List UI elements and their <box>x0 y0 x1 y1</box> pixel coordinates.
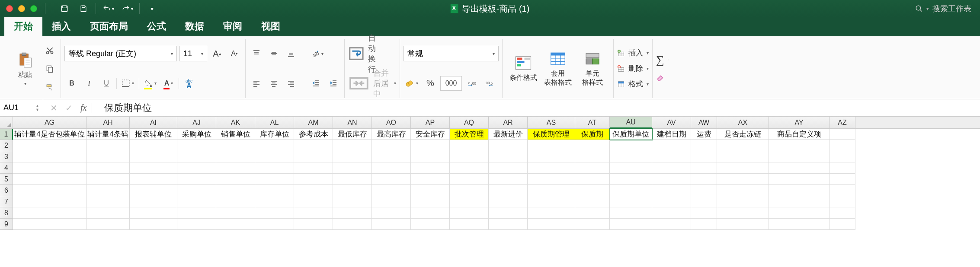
save-icon[interactable] <box>75 0 92 17</box>
format-painter-button[interactable] <box>42 79 57 94</box>
minimize-window-icon[interactable] <box>18 5 25 12</box>
column-header-AO[interactable]: AO <box>372 117 411 128</box>
cell-AN5[interactable] <box>333 174 372 185</box>
cell-AP9[interactable] <box>411 219 450 230</box>
cell-AQ9[interactable] <box>450 219 489 230</box>
cell-AG5[interactable] <box>13 174 86 185</box>
tab-home[interactable]: 开始 <box>4 16 42 36</box>
cell-AN8[interactable] <box>333 207 372 219</box>
cell-AK9[interactable] <box>216 219 255 230</box>
increase-indent-button[interactable] <box>326 76 341 91</box>
column-header-AK[interactable]: AK <box>216 117 255 128</box>
cell-AZ4[interactable] <box>829 162 855 174</box>
cell-AY2[interactable] <box>769 140 829 151</box>
cell-AX5[interactable] <box>717 174 769 185</box>
cell-AJ6[interactable] <box>177 185 216 196</box>
insert-cells-button[interactable]: 插入▾ <box>617 47 649 60</box>
close-window-icon[interactable] <box>6 5 13 12</box>
cell-AH3[interactable] <box>86 151 130 162</box>
undo-icon[interactable]: ▾ <box>99 0 117 17</box>
delete-cells-button[interactable]: 删除▾ <box>617 62 649 75</box>
cell-AI3[interactable] <box>130 151 177 162</box>
column-header-AN[interactable]: AN <box>333 117 372 128</box>
fx-icon[interactable]: fx <box>80 103 92 113</box>
cell-AM6[interactable] <box>294 185 333 196</box>
tab-data[interactable]: 数据 <box>176 16 214 36</box>
decrease-font-button[interactable]: A▾ <box>227 46 242 61</box>
cell-AO9[interactable] <box>372 219 411 230</box>
cell-AR4[interactable] <box>489 162 528 174</box>
cell-AL4[interactable] <box>255 162 294 174</box>
wrap-text-button[interactable]: 自动换行 <box>348 46 383 61</box>
row-header-3[interactable]: 3 <box>0 151 13 162</box>
cell-AI9[interactable] <box>130 219 177 230</box>
cell-AW5[interactable] <box>691 174 717 185</box>
column-header-AW[interactable]: AW <box>691 117 717 128</box>
cell-AX7[interactable] <box>717 196 769 207</box>
align-bottom-button[interactable] <box>284 46 298 61</box>
cell-AI2[interactable] <box>130 140 177 151</box>
cell-AG7[interactable] <box>13 196 86 207</box>
cell-AO4[interactable] <box>372 162 411 174</box>
tab-formulas[interactable]: 公式 <box>138 16 176 36</box>
cell-AR3[interactable] <box>489 151 528 162</box>
cell-AY4[interactable] <box>769 162 829 174</box>
cell-AS1[interactable]: 保质期管理 <box>528 129 575 140</box>
column-header-AZ[interactable]: AZ <box>829 117 855 128</box>
font-size-select[interactable]: 11▾ <box>179 46 207 61</box>
qat-customize-icon[interactable]: ▾ <box>143 0 160 17</box>
cell-AP5[interactable] <box>411 174 450 185</box>
italic-button[interactable]: I <box>82 76 96 91</box>
cell-AU4[interactable] <box>610 162 652 174</box>
cell-AM9[interactable] <box>294 219 333 230</box>
cell-AM5[interactable] <box>294 174 333 185</box>
border-button[interactable] <box>119 76 136 91</box>
underline-button[interactable]: U <box>99 76 114 91</box>
cell-AQ5[interactable] <box>450 174 489 185</box>
cell-AQ3[interactable] <box>450 151 489 162</box>
cell-AK8[interactable] <box>216 207 255 219</box>
cell-AR2[interactable] <box>489 140 528 151</box>
cell-AU1[interactable]: 保质期单位 <box>610 129 652 140</box>
cell-AU2[interactable] <box>610 140 652 151</box>
cell-AI1[interactable]: 报表辅单位 <box>130 129 177 140</box>
cell-AW2[interactable] <box>691 140 717 151</box>
cell-AJ2[interactable] <box>177 140 216 151</box>
cell-AG3[interactable] <box>13 151 86 162</box>
cell-AR6[interactable] <box>489 185 528 196</box>
cell-AS2[interactable] <box>528 140 575 151</box>
paste-dropdown-icon[interactable]: ▾ <box>24 81 26 86</box>
column-header-AG[interactable]: AG <box>13 117 86 128</box>
cell-AZ2[interactable] <box>829 140 855 151</box>
cell-AG6[interactable] <box>13 185 86 196</box>
cell-AT8[interactable] <box>575 207 610 219</box>
cell-AX9[interactable] <box>717 219 769 230</box>
percent-button[interactable]: % <box>423 76 438 91</box>
cell-AL3[interactable] <box>255 151 294 162</box>
cell-AN6[interactable] <box>333 185 372 196</box>
cell-AH2[interactable] <box>86 140 130 151</box>
cell-AT9[interactable] <box>575 219 610 230</box>
cell-AI7[interactable] <box>130 196 177 207</box>
cut-button[interactable] <box>42 43 57 58</box>
cell-AX2[interactable] <box>717 140 769 151</box>
cell-AJ1[interactable]: 采购单位 <box>177 129 216 140</box>
cell-AJ5[interactable] <box>177 174 216 185</box>
cell-AM4[interactable] <box>294 162 333 174</box>
cell-AJ4[interactable] <box>177 162 216 174</box>
cell-AO5[interactable] <box>372 174 411 185</box>
phonetic-button[interactable]: abcA <box>182 76 196 91</box>
decrease-decimal-button[interactable]: .00.0 <box>482 76 496 91</box>
cell-AT1[interactable]: 保质期 <box>575 129 610 140</box>
cell-AU8[interactable] <box>610 207 652 219</box>
cell-AH1[interactable]: 辅计量4条码 <box>86 129 130 140</box>
row-header-4[interactable]: 4 <box>0 162 13 174</box>
cell-AP1[interactable]: 安全库存 <box>411 129 450 140</box>
search-box[interactable]: ▾ 搜索工作表 <box>915 3 980 14</box>
column-header-AH[interactable]: AH <box>86 117 130 128</box>
cell-AY1[interactable]: 商品自定义项 <box>769 129 829 140</box>
cell-AY5[interactable] <box>769 174 829 185</box>
table-format-button[interactable]: 套用 表格格式 <box>541 39 575 98</box>
cell-AT5[interactable] <box>575 174 610 185</box>
cell-AM7[interactable] <box>294 196 333 207</box>
